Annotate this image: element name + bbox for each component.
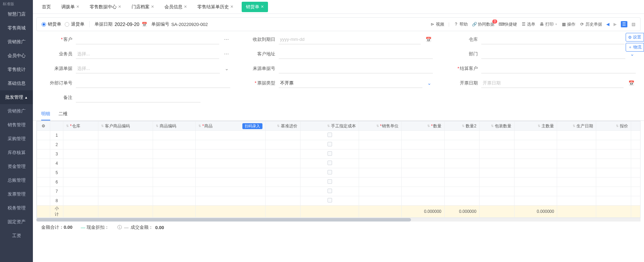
col-prod-date[interactable]: ⇅生产日期 [557, 121, 596, 131]
cell-prod-code[interactable] [153, 168, 196, 178]
cell-main-qty[interactable] [514, 187, 557, 196]
tab-retail-data[interactable]: 零售数据中心✕ [88, 2, 123, 12]
cell-prod-date[interactable] [557, 140, 596, 150]
cell-quote[interactable] [596, 178, 631, 187]
col-product[interactable]: ⇅*商品扫码录入 [196, 121, 266, 131]
sidebar-item-retail-mall[interactable]: 零售商城 [0, 21, 33, 35]
due-date-input[interactable]: yyyy-mm-dd [279, 35, 421, 44]
tab-member-info[interactable]: 会员信息✕ [162, 2, 189, 12]
sidebar-item-wholesale[interactable]: 批发管理▲ [0, 90, 33, 104]
sidebar-sub-tax[interactable]: 税务管理 [0, 201, 33, 215]
cell-manual-cost[interactable] [301, 187, 359, 196]
table-row[interactable]: 4🗑⧉ [37, 159, 641, 168]
date-input[interactable]: 2022-09-20 [115, 21, 140, 27]
address-input[interactable] [279, 49, 433, 59]
dept-input[interactable] [481, 49, 625, 59]
cell-qty2[interactable] [444, 168, 479, 178]
cell-prod-date[interactable] [557, 150, 596, 159]
checkbox[interactable] [328, 198, 332, 202]
calendar-icon[interactable]: 📅 [627, 80, 636, 86]
cell-manual-cost[interactable] [301, 159, 359, 168]
cell-pkg-qty[interactable] [479, 187, 514, 196]
tab-store-profile[interactable]: 门店档案✕ [129, 2, 156, 12]
cell-base-price[interactable] [266, 140, 301, 150]
close-icon[interactable]: ✕ [184, 4, 187, 9]
cell-unit[interactable] [359, 159, 402, 168]
print-button[interactable]: 🖶打印▾ [539, 21, 557, 27]
cell-qty[interactable] [402, 159, 445, 168]
close-icon[interactable]: ✕ [76, 4, 79, 9]
close-icon[interactable]: ✕ [261, 4, 264, 9]
sidebar-item-smart-store[interactable]: 智慧门店 [0, 7, 33, 21]
calendar-icon[interactable]: 📅 [424, 37, 433, 42]
cell-cust-code[interactable] [98, 196, 153, 206]
cell-qty2[interactable] [444, 178, 479, 187]
prev-button[interactable]: ◀ [606, 22, 609, 27]
col-prod-code[interactable]: ⇅商品编码 [153, 121, 196, 131]
sidebar-sub-funds[interactable]: 资金管理 [0, 160, 33, 173]
cell-quote[interactable] [596, 150, 631, 159]
cell-base-price[interactable] [266, 187, 301, 196]
table-row[interactable]: 1🗑⧉ [37, 131, 641, 140]
chevron-down-icon[interactable]: ⌄ [223, 66, 230, 71]
table-row[interactable]: 7🗑⧉ [37, 187, 641, 196]
cell-prod-code[interactable] [153, 140, 196, 150]
cell-warehouse[interactable] [63, 187, 98, 196]
cell-product[interactable] [196, 140, 266, 150]
cell-prod-date[interactable] [557, 178, 596, 187]
cell-base-price[interactable] [266, 178, 301, 187]
tab-retail-settle[interactable]: 零售结算单历史✕ [195, 2, 235, 12]
cell-pkg-qty[interactable] [479, 178, 514, 187]
help-button[interactable]: ?帮助 [454, 21, 468, 27]
cell-prod-date[interactable] [557, 187, 596, 196]
row-toggle[interactable] [37, 150, 50, 159]
layout-grid-toggle[interactable]: ▤ [632, 22, 635, 27]
cell-pkg-qty[interactable] [479, 196, 514, 206]
cell-qty[interactable] [402, 150, 445, 159]
source-no-input[interactable] [279, 64, 433, 73]
cell-quote[interactable] [596, 140, 631, 150]
sidebar-item-marketing[interactable]: 营销推广 [0, 35, 33, 49]
cell-cust-code[interactable] [98, 168, 153, 178]
scan-button[interactable]: 扫码录入 [242, 123, 262, 129]
cell-cust-code[interactable] [98, 187, 153, 196]
cell-main-qty[interactable] [514, 150, 557, 159]
cell-quote[interactable] [596, 131, 631, 140]
cell-qty[interactable] [402, 178, 445, 187]
table-row[interactable]: 5🗑⧉ [37, 168, 641, 178]
cell-quote[interactable] [596, 159, 631, 168]
col-pkg-qty[interactable]: ⇅包装数量 [479, 121, 514, 131]
cell-qty2[interactable] [444, 140, 479, 150]
invoice-type-input[interactable]: 不开票 [279, 78, 423, 88]
col-settings[interactable]: ⚙ [37, 121, 50, 131]
cell-pkg-qty[interactable] [479, 140, 514, 150]
col-qty2[interactable]: ⇅数量2 [444, 121, 479, 131]
checkbox[interactable] [328, 170, 332, 174]
cell-base-price[interactable] [266, 159, 301, 168]
cell-prod-code[interactable] [153, 150, 196, 159]
sidebar-sub-fixed-assets[interactable]: 固定资产 [0, 215, 33, 229]
sidebar-item-basic-info[interactable]: 基础信息 [0, 76, 33, 90]
checkbox[interactable] [328, 189, 332, 193]
cell-product[interactable] [196, 187, 266, 196]
cell-warehouse[interactable] [63, 131, 98, 140]
row-toggle[interactable] [37, 140, 50, 150]
shortcut-button[interactable]: ⌨快捷键 [499, 21, 517, 27]
cell-main-qty[interactable] [514, 131, 557, 140]
cell-qty2[interactable] [444, 131, 479, 140]
cell-qty2[interactable] [444, 196, 479, 206]
source-input[interactable]: 选择... [76, 64, 220, 73]
more-icon[interactable]: ⋯ [223, 51, 230, 57]
col-base-price[interactable]: ⇅基准进价 [266, 121, 301, 131]
tab-home[interactable]: 首页 [40, 2, 53, 12]
cell-product[interactable] [196, 168, 266, 178]
sidebar-sub-purchase[interactable]: 采购管理 [0, 132, 33, 146]
sidebar-sub-ledger[interactable]: 总账管理 [0, 173, 33, 187]
customer-input[interactable] [76, 35, 219, 44]
logistics-button[interactable]: ＋物流 [626, 43, 644, 52]
cell-product[interactable] [196, 159, 266, 168]
radio-return[interactable]: 退货单 [65, 21, 84, 27]
chevron-down-icon[interactable]: ⌄ [629, 51, 636, 57]
checkbox[interactable] [328, 161, 332, 165]
remark-input[interactable] [76, 93, 200, 102]
